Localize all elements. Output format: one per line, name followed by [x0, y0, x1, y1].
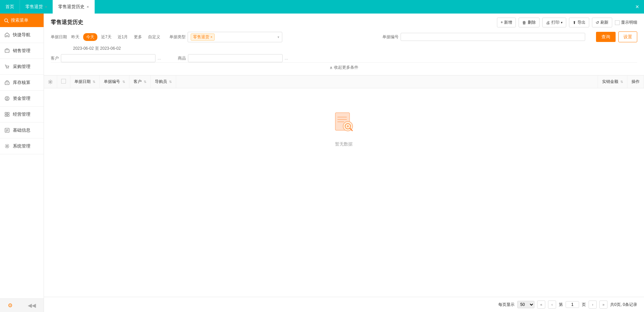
settings-bottom-button[interactable]: ⚙: [8, 302, 13, 309]
sidebar-item-purchase[interactable]: 采购管理: [0, 59, 44, 75]
sales-icon: [4, 48, 10, 54]
sidebar: 搜索菜单 快捷导航: [0, 14, 44, 312]
first-page-button[interactable]: «: [537, 300, 545, 309]
th-checkbox[interactable]: [57, 75, 70, 88]
date-yesterday-btn[interactable]: 昨天: [69, 33, 82, 41]
search-icon: [4, 18, 9, 23]
sidebar-bottom: ⚙ ◀◀: [0, 298, 44, 312]
date-7days-btn[interactable]: 近7天: [99, 33, 114, 41]
empty-state: 暂无数据: [44, 88, 644, 168]
settings-button[interactable]: 设置: [618, 31, 637, 42]
goods-label: 商品: [178, 55, 186, 61]
data-table: 单据日期 ⇅ 单据编号 ⇅ 客户 ⇅ 导购员 ⇅: [44, 75, 644, 168]
content-area: 零售退货历史 + 新增 🗑 删除 🖨 打印 ▾ ⬆: [44, 14, 644, 312]
date-range-item: 2023-06-02 至 2023-06-02: [51, 46, 121, 51]
svg-rect-10: [7, 112, 9, 114]
window-close-button[interactable]: ×: [630, 0, 644, 14]
svg-rect-11: [5, 115, 7, 116]
sidebar-item-basic[interactable]: 基础信息: [0, 122, 44, 138]
sidebar-search[interactable]: 搜索菜单: [0, 14, 44, 27]
prev-page-button[interactable]: ‹: [548, 300, 556, 309]
sidebar-item-sales[interactable]: 销售管理: [0, 43, 44, 59]
table-container: 单据日期 ⇅ 单据编号 ⇅ 客户 ⇅ 导购员 ⇅: [44, 75, 644, 297]
sidebar-item-quick-nav[interactable]: 快捷导航: [0, 27, 44, 43]
filter-row-date-range: 2023-06-02 至 2023-06-02: [51, 46, 637, 51]
customer-ellipsis[interactable]: ...: [158, 56, 161, 61]
print-button-label: 打印: [551, 20, 559, 25]
new-button[interactable]: + 新增: [497, 18, 516, 27]
voucher-no-input[interactable]: [401, 33, 585, 41]
sidebar-item-finance[interactable]: 资金管理: [0, 91, 44, 107]
empty-icon: [330, 109, 357, 136]
show-detail-checkbox[interactable]: [615, 20, 620, 25]
th-voucher-no[interactable]: 单据编号 ⇅: [100, 75, 129, 88]
sidebar-item-system[interactable]: 系统管理: [0, 138, 44, 154]
sidebar-item-system-label: 系统管理: [13, 143, 30, 149]
page-size-select[interactable]: 50 10 20 100: [517, 301, 534, 308]
th-settings[interactable]: [44, 75, 57, 88]
tab-retail-return[interactable]: 零售退货 ×: [20, 0, 53, 14]
goods-input[interactable]: [188, 54, 283, 62]
delete-icon: 🗑: [522, 20, 526, 25]
refresh-button[interactable]: ↺ 刷新: [592, 18, 612, 27]
th-guide-label: 导购员: [155, 79, 167, 84]
audio-bottom-button[interactable]: ◀◀: [28, 302, 36, 309]
export-button[interactable]: ⬆ 导出: [569, 18, 589, 27]
page-input[interactable]: [566, 301, 579, 308]
svg-point-5: [8, 68, 8, 69]
sidebar-item-quick-nav-label: 快捷导航: [13, 32, 30, 38]
type-tag-close-button[interactable]: ×: [210, 35, 212, 39]
svg-rect-12: [7, 115, 9, 116]
total-info: 共0页, 0条记录: [610, 302, 637, 308]
th-amount-label: 实销金额: [602, 79, 618, 84]
print-button[interactable]: 🖨 打印 ▾: [542, 18, 566, 27]
sidebar-item-basic-label: 基础信息: [13, 127, 30, 133]
th-date[interactable]: 单据日期 ⇅: [70, 75, 100, 88]
voucher-no-filter-item: 单据编号: [382, 33, 585, 41]
tab-retail-return-label: 零售退货: [25, 4, 43, 10]
toolbar: + 新增 🗑 删除 🖨 打印 ▾ ⬆ 导出: [497, 18, 637, 27]
th-date-sort-icon: ⇅: [93, 80, 95, 84]
query-button[interactable]: 查询: [596, 32, 616, 42]
type-selector[interactable]: 零售退货 × ▾: [188, 32, 282, 42]
inventory-icon: [4, 80, 10, 86]
print-chevron-icon: ▾: [561, 21, 563, 24]
tab-retail-return-close[interactable]: ×: [45, 5, 47, 9]
page-suffix: 页: [582, 302, 586, 308]
th-date-label: 单据日期: [74, 79, 91, 84]
tab-retail-return-history[interactable]: 零售退货历史 ×: [53, 0, 94, 14]
filter-area: 单据日期 昨天 今天 近7天 近1月 更多 自定义 单据类型: [51, 31, 637, 75]
customer-input[interactable]: [61, 54, 156, 62]
sidebar-item-operations[interactable]: 经营管理: [0, 107, 44, 122]
th-customer[interactable]: 客户 ⇅: [129, 75, 150, 88]
date-1month-btn[interactable]: 近1月: [115, 33, 130, 41]
type-filter-label: 单据类型: [169, 34, 186, 40]
system-icon: [4, 143, 10, 149]
tab-home[interactable]: 首页: [0, 0, 20, 14]
tab-retail-return-history-close[interactable]: ×: [87, 5, 89, 9]
sidebar-item-purchase-label: 采购管理: [13, 64, 30, 70]
collapse-up-icon: ∧: [330, 65, 333, 70]
show-detail-toggle[interactable]: 显示明细: [615, 20, 637, 25]
last-page-button[interactable]: »: [599, 300, 607, 309]
sidebar-item-inventory[interactable]: 库存核算: [0, 75, 44, 91]
goods-ellipsis[interactable]: ...: [285, 56, 288, 61]
select-all-checkbox[interactable]: [61, 79, 66, 84]
tab-list: 首页 零售退货 × 零售退货历史 ×: [0, 0, 630, 14]
th-voucher-no-sort-icon: ⇅: [122, 80, 125, 84]
next-page-button[interactable]: ›: [589, 300, 597, 309]
th-amount[interactable]: 实销金额 ⇅: [598, 75, 627, 88]
svg-point-17: [6, 146, 8, 147]
date-today-btn[interactable]: 今天: [83, 33, 97, 41]
date-range-text: 2023-06-02 至 2023-06-02: [73, 46, 121, 51]
date-more-btn[interactable]: 更多: [132, 33, 144, 41]
sidebar-item-finance-label: 资金管理: [13, 95, 30, 102]
new-button-label: + 新增: [501, 20, 512, 25]
delete-button[interactable]: 🗑 删除: [519, 18, 540, 27]
th-guide[interactable]: 导购员 ⇅: [151, 75, 176, 88]
sidebar-nav: 快捷导航 销售管理: [0, 27, 44, 298]
date-custom-btn[interactable]: 自定义: [146, 33, 163, 41]
collapse-button[interactable]: ∧ 收起更多条件: [51, 62, 637, 72]
customer-filter-item: 客户 ...: [51, 54, 161, 62]
sidebar-item-sales-label: 销售管理: [13, 48, 30, 54]
